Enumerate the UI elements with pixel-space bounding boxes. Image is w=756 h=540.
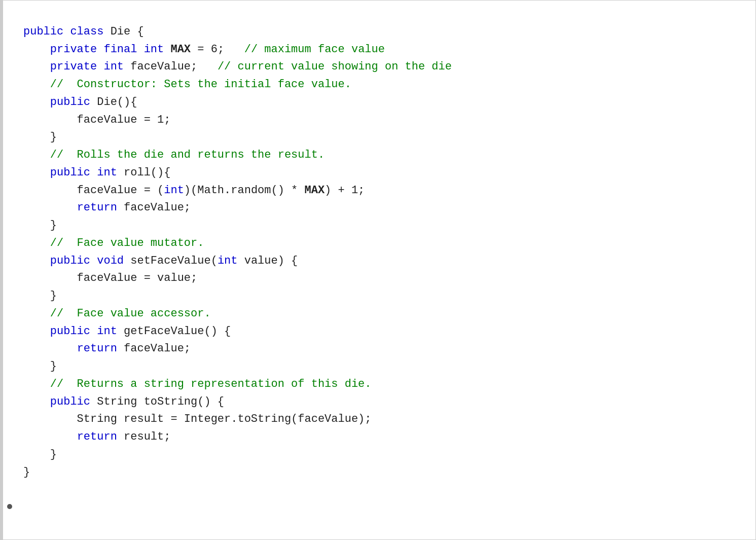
line-2: private final int MAX = 6; // maximum fa… (23, 43, 385, 56)
line-21: // Returns a string representation of th… (23, 378, 372, 390)
line-4: // Constructor: Sets the initial face va… (23, 78, 351, 91)
code-editor: public class Die { private final int MAX… (0, 0, 756, 540)
line-5: public Die(){ (23, 96, 137, 109)
line-9: public int roll(){ (23, 166, 170, 179)
line-11: return faceValue; (23, 201, 191, 214)
line-15: faceValue = value; (23, 272, 197, 284)
line-18: public int getFaceValue() { (23, 325, 231, 338)
breakpoint-indicator (7, 504, 12, 509)
line-3: private int faceValue; // current value … (23, 60, 452, 73)
line-23: String result = Integer.toString(faceVal… (23, 413, 372, 425)
line-13: // Face value mutator. (23, 237, 204, 249)
line-8: // Rolls the die and returns the result. (23, 149, 325, 161)
line-19: return faceValue; (23, 342, 191, 355)
line-25: } (23, 448, 57, 461)
line-26: } (23, 466, 30, 479)
line-16: } (23, 290, 57, 302)
line-14: public void setFaceValue(int value) { (23, 255, 298, 267)
line-10: faceValue = (int)(Math.random() * MAX) +… (23, 184, 365, 197)
line-12: } (23, 219, 57, 232)
line-24: return result; (23, 430, 170, 443)
line-22: public String toString() { (23, 395, 224, 408)
line-7: } (23, 131, 57, 143)
line-1: public class Die { (23, 25, 144, 38)
code-content: public class Die { private final int MAX… (23, 6, 745, 499)
line-6: faceValue = 1; (23, 114, 170, 126)
line-20: } (23, 360, 57, 373)
line-17: // Face value accessor. (23, 307, 211, 320)
